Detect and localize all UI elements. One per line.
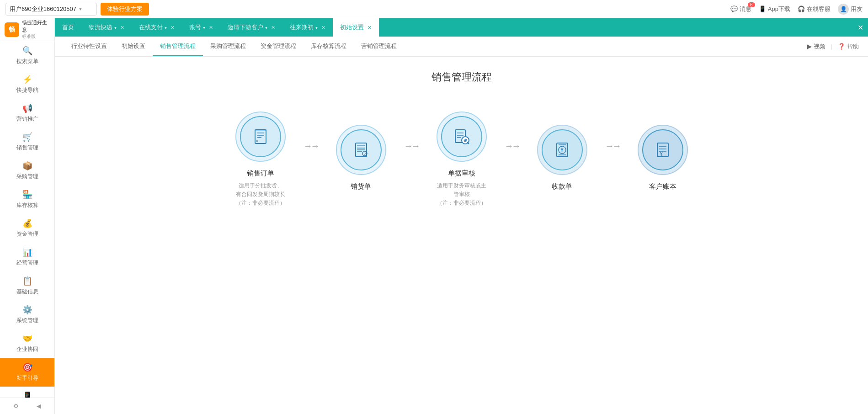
sidebar-item-system[interactable]: ⚙️ 系统管理	[0, 300, 54, 329]
sidebar-item-purchase[interactable]: 📦 采购管理	[0, 156, 54, 185]
finance-icon: 💰	[22, 218, 32, 228]
flow-circle-inner: ¥	[642, 129, 683, 170]
sidebar-item-finance[interactable]: 💰 资金管理	[0, 214, 54, 243]
chevron-icon: ▾	[265, 25, 267, 30]
online-service-button[interactable]: 🎧 在线客服	[798, 5, 831, 13]
flow-item-sales-order[interactable]: ≡ 销售订单 适用于分批发货、有合同发货周期较长（注：非必要流程）	[219, 111, 302, 208]
messages-button[interactable]: 💬 消息 6	[730, 5, 751, 13]
close-icon[interactable]: ✕	[271, 25, 275, 31]
sub-tab-sales-flow[interactable]: 销售管理流程	[153, 37, 203, 56]
sidebar-item-label: 库存核算	[16, 202, 38, 209]
flow-circle-inner: ✓	[341, 129, 382, 170]
svg-text:✓: ✓	[363, 152, 366, 155]
close-icon[interactable]: ✕	[367, 25, 372, 31]
sidebar-item-inventory[interactable]: 🏪 库存核算	[0, 185, 54, 214]
flow-circle-sales-order: ≡	[235, 111, 286, 162]
tab-invite-label: 邀请下游客户	[228, 23, 263, 32]
flow-item-customer-ledger[interactable]: ¥ 客户账本	[622, 125, 704, 195]
sidebar-item-guide[interactable]: 🎯 新手引导	[0, 358, 54, 387]
flow-circle-sales-invoice: ✓	[336, 125, 386, 175]
sub-tab-inventory-flow[interactable]: 库存核算流程	[304, 37, 354, 56]
svg-text:≡: ≡	[256, 139, 258, 143]
flow-item-label: 销售订单	[247, 169, 274, 178]
search-icon: 🔍	[22, 46, 32, 56]
settings-icon[interactable]: ⚙	[13, 403, 19, 409]
flow-circle-receipt: ¥	[537, 125, 587, 175]
sidebar: 畅 畅捷通好生意 标准版 🔍 搜索菜单 ⚡ 快捷导航 📢 营销推广 🛒 销售管理	[0, 18, 55, 414]
guide-icon: 🎯	[22, 362, 32, 372]
help-icon: ❓	[838, 43, 845, 50]
sub-tab-industry-label: 行业特性设置	[71, 42, 107, 50]
close-icon[interactable]: ✕	[170, 25, 175, 31]
sidebar-item-base[interactable]: 📋 基础信息	[0, 271, 54, 300]
flow-title: 销售管理流程	[431, 70, 492, 84]
close-icon[interactable]: ✕	[321, 25, 325, 31]
sidebar-logo: 畅 畅捷通好生意 标准版	[0, 18, 54, 41]
sub-tab-marketing-flow[interactable]: 营销管理流程	[354, 37, 404, 56]
tab-logistics[interactable]: 物流快递 ▾ ✕	[81, 18, 132, 37]
tab-payment[interactable]: 在线支付 ▾ ✕	[132, 18, 182, 37]
sub-tab-initial[interactable]: 初始设置	[114, 37, 153, 56]
close-icon[interactable]: ✕	[120, 25, 124, 31]
user-selector-text: 用户690企业1660120507	[10, 5, 76, 13]
sidebar-item-search[interactable]: 🔍 搜索菜单	[0, 41, 54, 70]
flow-item-desc: 适用于财务审核或主管审核（注：非必要流程）	[437, 181, 486, 208]
doc-audit-icon	[453, 127, 471, 146]
username-label: 用友	[851, 5, 863, 13]
flow-arrow-1: →→	[304, 141, 318, 151]
svg-rect-7	[357, 145, 365, 146]
tab-period-init-label: 往来期初	[290, 23, 314, 32]
tab-initial-setup[interactable]: 初始设置 ✕	[333, 18, 379, 37]
sidebar-item-operation[interactable]: 📊 经营管理	[0, 243, 54, 271]
customer-ledger-icon: ¥	[654, 141, 672, 159]
video-icon: ▶	[807, 43, 812, 50]
app-download-button[interactable]: 📱 App下载	[759, 5, 790, 13]
tab-period-init[interactable]: 往来期初 ▾ ✕	[282, 18, 333, 37]
close-icon[interactable]: ✕	[209, 25, 213, 31]
chevron-icon: ▾	[165, 25, 167, 30]
user-profile[interactable]: 👤 用友	[838, 4, 863, 15]
sidebar-item-label: 基础信息	[16, 288, 38, 296]
flow-arrow-2: →→	[404, 141, 419, 151]
sub-tab-purchase-flow[interactable]: 采购管理流程	[203, 37, 253, 56]
svg-text:¥: ¥	[660, 152, 663, 157]
flow-item-sales-invoice[interactable]: ✓ 销货单	[320, 125, 402, 195]
sidebar-item-marketing-promo[interactable]: 📢 营销推广	[0, 99, 54, 127]
tab-home-label: 首页	[62, 23, 74, 32]
flow-circle-inner: ¥	[542, 129, 583, 170]
svg-rect-27	[657, 143, 668, 157]
sales-icon: 🛒	[22, 132, 32, 142]
flow-container: 销售管理流程 ≡	[55, 57, 868, 414]
online-service-label: 在线客服	[807, 5, 831, 13]
trial-button[interactable]: 体验行业方案	[101, 3, 149, 16]
collapse-icon[interactable]: ◀	[37, 403, 41, 409]
help-action[interactable]: ❓ 帮助	[838, 42, 859, 51]
user-selector[interactable]: 用户690企业1660120507 ▼	[5, 3, 97, 16]
video-action[interactable]: ▶ 视频	[807, 42, 825, 51]
sub-tab-inventory-flow-label: 库存核算流程	[311, 42, 346, 50]
video-label: 视频	[814, 42, 825, 51]
sidebar-nav: 🔍 搜索菜单 ⚡ 快捷导航 📢 营销推广 🛒 销售管理 📦 采购管理 🏪	[0, 41, 54, 398]
operation-icon: 📊	[22, 247, 32, 257]
apps-icon: 📱	[22, 391, 32, 398]
tab-invite[interactable]: 邀请下游客户 ▾ ✕	[220, 18, 282, 37]
sub-tab-actions: ▶ 视频 | ❓ 帮助	[807, 42, 859, 51]
sales-invoice-icon: ✓	[352, 141, 370, 159]
sidebar-item-apps[interactable]: 📱 应用中心	[0, 387, 54, 398]
logo-text-main: 畅捷通好生意	[22, 19, 50, 33]
close-all-tabs[interactable]: ✕	[857, 23, 863, 32]
page-content: 行业特性设置 初始设置 销售管理流程 采购管理流程 资金管理流程 库存核算流程	[55, 37, 868, 414]
tab-account[interactable]: 账号 ▾ ✕	[182, 18, 220, 37]
sidebar-item-label: 新手引导	[16, 374, 38, 382]
svg-text:¥: ¥	[560, 147, 564, 153]
sidebar-item-quick[interactable]: ⚡ 快捷导航	[0, 70, 54, 99]
flow-item-doc-audit[interactable]: 单据审核 适用于财务审核或主管审核（注：非必要流程）	[421, 111, 503, 208]
flow-item-label: 单据审核	[448, 169, 475, 178]
sub-tab-finance-flow[interactable]: 资金管理流程	[253, 37, 304, 56]
sub-tab-industry[interactable]: 行业特性设置	[64, 37, 114, 56]
sidebar-item-label: 经营管理	[16, 259, 38, 267]
tab-home[interactable]: 首页	[55, 18, 81, 37]
sidebar-item-enterprise[interactable]: 🤝 企业协同	[0, 329, 54, 358]
sidebar-item-sales[interactable]: 🛒 销售管理	[0, 127, 54, 156]
flow-item-receipt[interactable]: ¥ 收款单	[521, 125, 603, 195]
